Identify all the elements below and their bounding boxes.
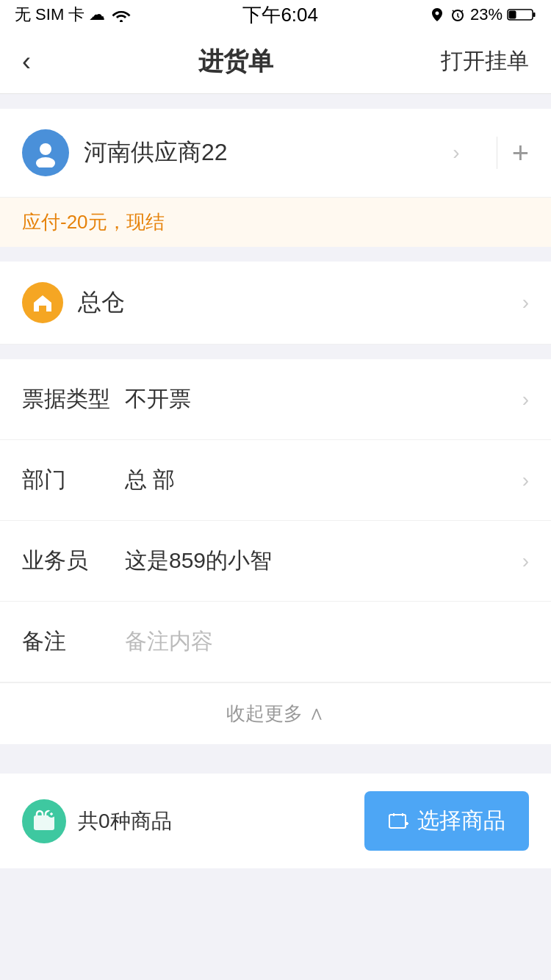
select-product-button[interactable]: 选择商品	[364, 791, 529, 851]
notice-banner: 应付-20元，现结	[0, 198, 551, 247]
department-value: 总 部	[125, 465, 522, 495]
back-button[interactable]: ‹	[22, 46, 31, 77]
house-icon	[31, 291, 54, 314]
warehouse-name: 总仓	[78, 287, 522, 319]
remark-input[interactable]: 备注内容	[125, 627, 529, 657]
sim-label: 无 SIM 卡 ☁	[15, 4, 105, 26]
svg-rect-4	[508, 11, 516, 19]
add-supplier-button[interactable]: +	[512, 137, 529, 170]
warehouse-icon	[22, 282, 63, 323]
bottom-bar: 共0种商品 选择商品	[0, 774, 551, 868]
page-title: 进货单	[198, 45, 273, 79]
product-icon	[22, 799, 66, 843]
department-row[interactable]: 部门 总 部 ›	[0, 440, 551, 521]
select-product-label: 选择商品	[417, 806, 505, 836]
svg-point-5	[40, 143, 51, 155]
status-bar: 无 SIM 卡 ☁ 下午6:04 23%	[0, 0, 551, 29]
svg-point-6	[36, 157, 55, 167]
svg-rect-8	[34, 815, 54, 830]
remark-label: 备注	[22, 627, 110, 657]
product-count: 共0种商品	[78, 807, 364, 835]
svg-rect-7	[39, 306, 46, 311]
section-gap-3	[0, 345, 551, 359]
status-right: 23%	[429, 5, 536, 24]
collapse-text: 收起更多 ∧	[226, 701, 324, 727]
svg-rect-3	[533, 12, 535, 17]
status-time: 下午6:04	[242, 2, 318, 28]
salesperson-chevron-icon: ›	[522, 550, 529, 573]
open-pending-button[interactable]: 打开挂单	[441, 46, 529, 76]
supplier-row[interactable]: 河南供应商22 › +	[0, 109, 551, 198]
svg-rect-10	[389, 815, 406, 828]
form-section: 票据类型 不开票 › 部门 总 部 › 业务员 这是859的小智 › 备注 备注…	[0, 359, 551, 744]
warehouse-chevron-icon: ›	[522, 291, 529, 314]
cart-icon	[31, 808, 57, 835]
department-chevron-icon: ›	[522, 469, 529, 492]
alarm-icon	[450, 7, 466, 23]
wifi-icon	[111, 7, 132, 22]
location-icon	[429, 7, 445, 23]
select-product-icon	[388, 810, 410, 832]
battery-label: 23%	[470, 5, 503, 24]
person-icon	[31, 138, 60, 167]
supplier-divider	[497, 137, 497, 169]
main-content: 河南供应商22 › + 应付-20元，现结 总仓 › 票据类型 不开	[0, 94, 551, 980]
section-gap-2	[0, 247, 551, 262]
battery-icon	[507, 7, 536, 22]
invoice-type-label: 票据类型	[22, 384, 110, 414]
status-left: 无 SIM 卡 ☁	[15, 4, 132, 26]
invoice-type-chevron-icon: ›	[522, 388, 529, 411]
supplier-section: 河南供应商22 › + 应付-20元，现结	[0, 109, 551, 247]
svg-point-0	[120, 20, 123, 22]
warehouse-section: 总仓 ›	[0, 262, 551, 345]
invoice-type-value: 不开票	[125, 384, 522, 414]
salesperson-label: 业务员	[22, 546, 110, 576]
supplier-avatar	[22, 129, 69, 176]
supplier-name: 河南供应商22	[84, 137, 453, 169]
salesperson-value: 这是859的小智	[125, 546, 522, 576]
salesperson-row[interactable]: 业务员 这是859的小智 ›	[0, 521, 551, 602]
supplier-chevron-icon: ›	[453, 141, 459, 165]
remark-row[interactable]: 备注 备注内容	[0, 602, 551, 682]
invoice-type-row[interactable]: 票据类型 不开票 ›	[0, 359, 551, 440]
department-label: 部门	[22, 465, 110, 495]
collapse-toggle[interactable]: 收起更多 ∧	[0, 682, 551, 744]
warehouse-row[interactable]: 总仓 ›	[0, 262, 551, 345]
nav-bar: ‹ 进货单 打开挂单	[0, 29, 551, 94]
section-gap-4	[0, 744, 551, 759]
section-gap-1	[0, 94, 551, 109]
